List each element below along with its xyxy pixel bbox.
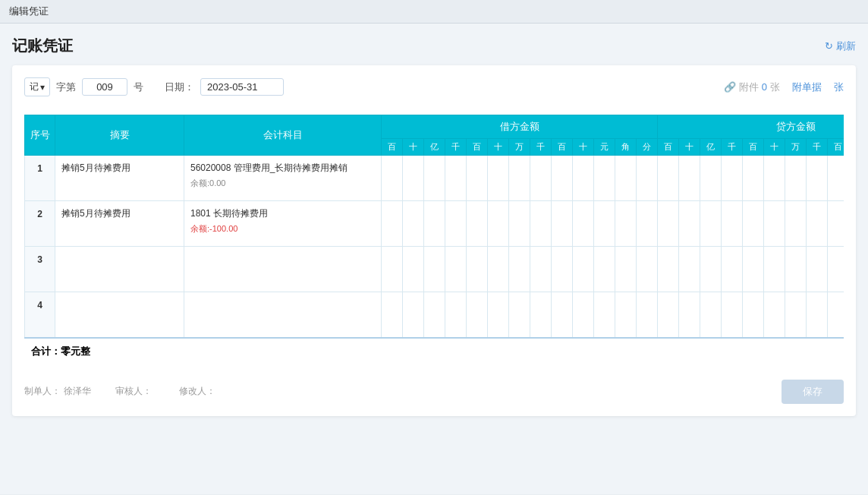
row-account-3[interactable] xyxy=(184,292,382,338)
debit-cell-1-8[interactable] xyxy=(552,201,573,247)
debit-cell-2-7[interactable] xyxy=(530,247,552,292)
row-account-1[interactable]: 1801 长期待摊费用余额:-100.00 xyxy=(184,201,382,247)
debit-cell-1-5[interactable] xyxy=(488,201,509,247)
debit-cell-2-1[interactable] xyxy=(403,247,424,292)
debit-cell-1-6[interactable] xyxy=(509,201,530,247)
refresh-button[interactable]: ↻ 刷新 xyxy=(825,39,856,53)
debit-cell-0-5[interactable] xyxy=(488,156,509,201)
credit-cell-1-2[interactable] xyxy=(700,201,722,247)
debit-cell-1-3[interactable] xyxy=(445,201,467,247)
credit-cell-1-1[interactable] xyxy=(679,201,700,247)
credit-cell-0-2[interactable] xyxy=(700,156,722,201)
debit-cell-2-6[interactable] xyxy=(509,247,530,292)
debit-cell-2-12[interactable] xyxy=(637,247,658,292)
debit-cell-1-0[interactable] xyxy=(382,201,403,247)
debit-cell-0-3[interactable] xyxy=(445,156,467,201)
credit-cell-3-2[interactable] xyxy=(700,292,722,338)
debit-cell-3-8[interactable] xyxy=(552,292,573,338)
row-account-2[interactable] xyxy=(184,247,382,292)
debit-cell-2-4[interactable] xyxy=(467,247,488,292)
debit-cell-2-2[interactable] xyxy=(424,247,445,292)
debit-cell-0-2[interactable] xyxy=(424,156,445,201)
debit-cell-3-6[interactable] xyxy=(509,292,530,338)
debit-cell-2-11[interactable] xyxy=(615,247,637,292)
debit-cell-0-12[interactable] xyxy=(637,156,658,201)
debit-cell-3-3[interactable] xyxy=(445,292,467,338)
row-summary-3[interactable] xyxy=(55,292,184,338)
credit-cell-3-8[interactable] xyxy=(828,292,844,338)
debit-cell-0-7[interactable] xyxy=(530,156,552,201)
credit-cell-3-3[interactable] xyxy=(722,292,743,338)
credit-cell-3-0[interactable] xyxy=(658,292,679,338)
voucher-type-dropdown[interactable]: 记 ▾ xyxy=(24,77,50,96)
row-summary-2[interactable] xyxy=(55,247,184,292)
debit-cell-1-11[interactable] xyxy=(615,201,637,247)
credit-cell-2-5[interactable] xyxy=(764,247,785,292)
debit-cell-0-4[interactable] xyxy=(467,156,488,201)
credit-cell-2-4[interactable] xyxy=(743,247,764,292)
credit-cell-3-6[interactable] xyxy=(785,292,807,338)
credit-cell-0-0[interactable] xyxy=(658,156,679,201)
debit-cell-3-12[interactable] xyxy=(637,292,658,338)
debit-cell-1-1[interactable] xyxy=(403,201,424,247)
debit-cell-2-8[interactable] xyxy=(552,247,573,292)
debit-cell-2-9[interactable] xyxy=(573,247,594,292)
row-account-0[interactable]: 56020008 管理费用_长期待摊费用摊销余额:0.00 xyxy=(184,156,382,201)
debit-cell-1-7[interactable] xyxy=(530,201,552,247)
credit-cell-1-0[interactable] xyxy=(658,201,679,247)
debit-cell-0-8[interactable] xyxy=(552,156,573,201)
debit-cell-3-7[interactable] xyxy=(530,292,552,338)
debit-cell-3-10[interactable] xyxy=(594,292,615,338)
debit-cell-3-1[interactable] xyxy=(403,292,424,338)
credit-cell-1-3[interactable] xyxy=(722,201,743,247)
debit-cell-1-2[interactable] xyxy=(424,201,445,247)
debit-cell-3-5[interactable] xyxy=(488,292,509,338)
credit-cell-2-6[interactable] xyxy=(785,247,807,292)
credit-cell-1-8[interactable] xyxy=(828,201,844,247)
credit-cell-0-4[interactable] xyxy=(743,156,764,201)
credit-cell-1-6[interactable] xyxy=(785,201,807,247)
attach-sheets-button[interactable]: 附单据 xyxy=(792,80,822,94)
word-number-input[interactable] xyxy=(82,78,127,96)
debit-cell-0-9[interactable] xyxy=(573,156,594,201)
debit-cell-2-5[interactable] xyxy=(488,247,509,292)
credit-cell-1-4[interactable] xyxy=(743,201,764,247)
debit-cell-2-3[interactable] xyxy=(445,247,467,292)
credit-cell-2-0[interactable] xyxy=(658,247,679,292)
debit-cell-0-0[interactable] xyxy=(382,156,403,201)
credit-cell-3-4[interactable] xyxy=(743,292,764,338)
debit-cell-0-1[interactable] xyxy=(403,156,424,201)
credit-cell-2-3[interactable] xyxy=(722,247,743,292)
debit-cell-0-6[interactable] xyxy=(509,156,530,201)
credit-cell-0-8[interactable] xyxy=(828,156,844,201)
debit-cell-1-12[interactable] xyxy=(637,201,658,247)
date-input[interactable] xyxy=(200,78,284,96)
row-summary-1[interactable]: 摊销5月待摊费用 xyxy=(55,201,184,247)
debit-cell-3-0[interactable] xyxy=(382,292,403,338)
credit-cell-1-5[interactable] xyxy=(764,201,785,247)
debit-cell-3-9[interactable] xyxy=(573,292,594,338)
debit-cell-2-10[interactable] xyxy=(594,247,615,292)
save-button[interactable]: 保存 xyxy=(782,380,844,404)
credit-cell-3-5[interactable] xyxy=(764,292,785,338)
credit-cell-0-1[interactable] xyxy=(679,156,700,201)
credit-cell-0-3[interactable] xyxy=(722,156,743,201)
debit-cell-1-9[interactable] xyxy=(573,201,594,247)
credit-cell-2-7[interactable] xyxy=(807,247,828,292)
debit-cell-0-11[interactable] xyxy=(615,156,637,201)
row-summary-0[interactable]: 摊销5月待摊费用 xyxy=(55,156,184,201)
debit-cell-0-10[interactable] xyxy=(594,156,615,201)
credit-cell-3-1[interactable] xyxy=(679,292,700,338)
credit-cell-0-7[interactable] xyxy=(807,156,828,201)
credit-cell-0-5[interactable] xyxy=(764,156,785,201)
debit-cell-3-2[interactable] xyxy=(424,292,445,338)
credit-cell-3-7[interactable] xyxy=(807,292,828,338)
credit-cell-2-2[interactable] xyxy=(700,247,722,292)
debit-cell-1-10[interactable] xyxy=(594,201,615,247)
debit-cell-1-4[interactable] xyxy=(467,201,488,247)
credit-cell-1-7[interactable] xyxy=(807,201,828,247)
debit-cell-3-4[interactable] xyxy=(467,292,488,338)
debit-cell-2-0[interactable] xyxy=(382,247,403,292)
credit-cell-0-6[interactable] xyxy=(785,156,807,201)
credit-cell-2-8[interactable] xyxy=(828,247,844,292)
